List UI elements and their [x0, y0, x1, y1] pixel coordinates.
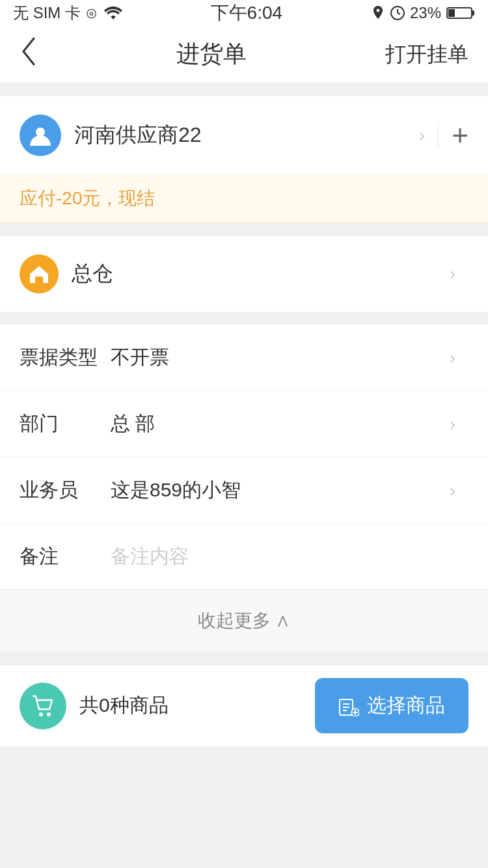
status-bar: 无 SIM 卡 ⊙ 下午6:04 23% — [0, 0, 488, 26]
status-left: 无 SIM 卡 ⊙ — [13, 3, 122, 23]
battery-icon — [446, 6, 475, 20]
warehouse-house-icon — [29, 264, 49, 284]
supplier-row[interactable]: 河南供应商22 › + — [0, 96, 488, 174]
salesperson-chevron-icon: › — [450, 480, 455, 501]
invoice-label: 票据类型 — [20, 344, 111, 371]
salesperson-label: 业务员 — [20, 477, 111, 504]
page-title: 进货单 — [176, 38, 247, 70]
salesperson-row[interactable]: 业务员 这是859的小智 › — [0, 457, 488, 524]
supplier-avatar — [20, 115, 61, 156]
svg-point-8 — [39, 712, 43, 716]
section-gap-3 — [0, 312, 488, 325]
supplier-name: 河南供应商22 — [74, 121, 419, 150]
warehouse-row[interactable]: 总仓 › — [0, 236, 488, 312]
goods-count: 共0种商品 — [79, 692, 315, 719]
svg-rect-7 — [35, 277, 43, 283]
warehouse-icon — [20, 254, 59, 293]
invoice-value: 不开票 — [111, 344, 450, 371]
no-sim-text: 无 SIM 卡 ⊙ — [13, 3, 98, 23]
supplier-chevron-icon: › — [419, 125, 425, 146]
clock-icon — [390, 6, 405, 20]
person-icon — [29, 124, 52, 147]
form-section: 票据类型 不开票 › 部门 总 部 › 业务员 这是859的小智 › 备注 备注… — [0, 325, 488, 590]
warehouse-chevron-icon: › — [450, 264, 455, 284]
bottom-bar: 共0种商品 选择商品 — [0, 664, 488, 746]
invoice-chevron-icon: › — [450, 347, 455, 368]
svg-line-2 — [398, 13, 400, 14]
vertical-divider — [438, 122, 439, 148]
remark-input[interactable]: 备注内容 — [111, 543, 468, 570]
svg-point-9 — [47, 712, 51, 716]
svg-point-6 — [36, 128, 45, 137]
salesperson-value: 这是859的小智 — [111, 477, 450, 504]
remark-label: 备注 — [20, 543, 111, 570]
department-row[interactable]: 部门 总 部 › — [0, 391, 488, 457]
section-gap-4 — [0, 651, 488, 664]
cart-icon-wrap — [20, 683, 66, 729]
department-label: 部门 — [20, 411, 111, 437]
department-value: 总 部 — [111, 411, 450, 437]
warehouse-section: 总仓 › — [0, 236, 488, 312]
remark-row[interactable]: 备注 备注内容 — [0, 524, 488, 590]
collapse-more-button[interactable]: 收起更多 ∧ — [0, 590, 488, 651]
select-goods-button[interactable]: 选择商品 — [315, 678, 468, 733]
warehouse-name: 总仓 — [72, 260, 450, 288]
select-goods-icon — [338, 696, 359, 716]
svg-rect-4 — [472, 10, 474, 16]
back-button[interactable] — [20, 36, 38, 73]
nav-bar: 进货单 打开挂单 — [0, 26, 488, 83]
invoice-row[interactable]: 票据类型 不开票 › — [0, 325, 488, 391]
battery-text: 23% — [410, 4, 441, 22]
section-gap-1 — [0, 83, 488, 96]
supplier-section: 河南供应商22 › + 应付-20元，现结 — [0, 96, 488, 223]
notice-bar: 应付-20元，现结 — [0, 174, 488, 223]
status-right: 23% — [371, 4, 475, 22]
open-pending-button[interactable]: 打开挂单 — [385, 40, 468, 69]
add-supplier-button[interactable]: + — [452, 121, 468, 150]
status-time: 下午6:04 — [211, 1, 283, 25]
department-chevron-icon: › — [450, 414, 455, 435]
wifi-icon — [104, 7, 122, 20]
svg-rect-5 — [448, 9, 455, 17]
select-goods-label: 选择商品 — [367, 692, 445, 719]
cart-icon — [30, 693, 56, 719]
section-gap-2 — [0, 223, 488, 236]
location-icon — [371, 6, 385, 20]
main-content: 河南供应商22 › + 应付-20元，现结 总仓 › 票据类型 不开票 — [0, 83, 488, 868]
